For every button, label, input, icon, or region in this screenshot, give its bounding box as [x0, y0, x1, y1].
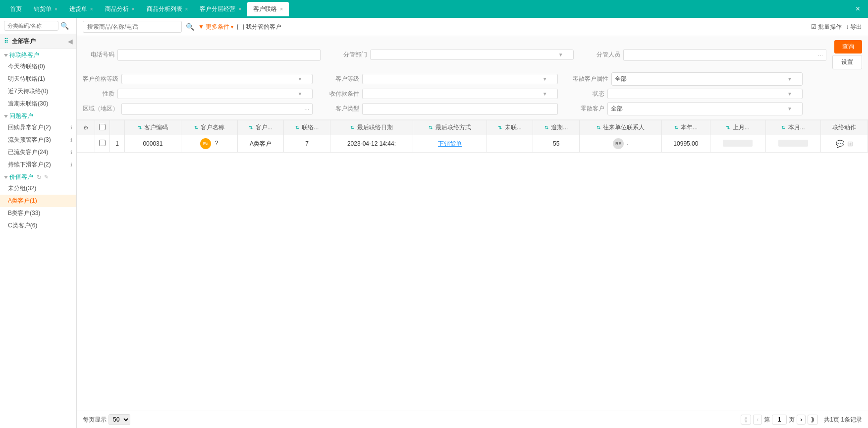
close-sales-order-icon[interactable]: × — [54, 6, 57, 12]
th-customer-code[interactable]: ⇅ 客户编码 — [125, 120, 181, 135]
close-purchase-order-icon[interactable]: × — [90, 6, 93, 12]
filter-row-3: 性质 ▼ 收付款条件 ▼ 状态 — [83, 89, 862, 99]
page-size-select[interactable]: 50 — [108, 414, 130, 425]
sidebar-item-overdue-contact[interactable]: 逾期未联络(30) — [0, 98, 76, 110]
home-tab[interactable]: 首页 — [4, 2, 28, 16]
region-input[interactable]: ··· — [121, 103, 313, 115]
settings-button[interactable]: 设置 — [832, 55, 862, 69]
prev-page-button[interactable]: ‹ — [753, 415, 762, 425]
tab-customer-contact[interactable]: 客户联络 × — [247, 2, 289, 16]
select-all-checkbox[interactable] — [99, 124, 106, 130]
th-customer-type[interactable]: ⇅ 客户... — [237, 120, 284, 135]
tab-customer-tier[interactable]: 客户分层经营 × — [194, 2, 247, 16]
th-this-month[interactable]: ⇅ 本月... — [765, 120, 821, 135]
query-button[interactable]: 查询 — [834, 40, 862, 54]
table-wrapper[interactable]: ⚙ ⇅ 客户编码 ⇅ 客户名 — [77, 120, 868, 411]
filter-phone: 电话号码 — [83, 49, 321, 61]
sidebar-item-tomorrow-pending[interactable]: 明天待联络(1) — [0, 73, 76, 85]
sidebar-item-7days-pending[interactable]: 近7天待联络(0) — [0, 85, 76, 98]
table-area: ⚙ ⇅ 客户编码 ⇅ 客户名 — [77, 120, 868, 428]
close-product-list-icon[interactable]: × — [185, 6, 188, 12]
person-input[interactable]: ··· — [623, 49, 826, 61]
sidebar-item-declining[interactable]: 持续下滑客户(2) ℹ — [0, 159, 76, 171]
row-checkbox[interactable] — [99, 140, 106, 146]
edit-value-icon[interactable]: ✎ — [44, 174, 49, 180]
th-index — [110, 120, 125, 135]
close-customer-tier-icon[interactable]: × — [238, 6, 241, 12]
sidebar-group-pending[interactable]: 待联络客户 — [0, 49, 76, 60]
td-contacts: RE . — [579, 135, 661, 153]
chat-action-icon[interactable]: 💬 — [836, 140, 844, 148]
th-no-contact[interactable]: ⇅ 未联... — [487, 120, 533, 135]
sidebar-search-input[interactable] — [4, 21, 58, 31]
sidebar-item-class-a[interactable]: A类客户(1) — [0, 195, 76, 207]
phone-input[interactable] — [117, 49, 321, 61]
gear-icon[interactable]: ⚙ — [83, 124, 89, 131]
price-level-select[interactable]: ▼ — [121, 74, 313, 84]
last-page-button[interactable]: ⟫ — [808, 415, 818, 425]
person-dots-icon[interactable]: ··· — [818, 52, 823, 58]
sidebar-group-value[interactable]: 价值客户 ↻ ✎ — [0, 171, 76, 182]
sidebar-search-icon[interactable]: 🔍 — [60, 22, 69, 30]
sidebar-item-today-pending[interactable]: 今天待联络(0) — [0, 60, 76, 73]
more-conditions-button[interactable]: ▼ 更多条件 ▾ — [198, 23, 233, 31]
zero-customer-select[interactable]: 全部 ▼ — [607, 102, 803, 115]
pagination: ⟪ ‹ 第 页 › ⟫ 共1页 1条记录 — [741, 415, 862, 425]
sort-nocontact-icon: ⇅ — [498, 125, 502, 130]
my-customers-checkbox-label[interactable]: 我分管的客户 — [237, 23, 281, 31]
tab-product-analysis[interactable]: 商品分析 × — [99, 2, 141, 16]
th-customer-name[interactable]: ⇅ 客户名称 — [181, 120, 237, 135]
nature-select[interactable]: ▼ — [117, 89, 313, 99]
th-overdue[interactable]: ⇅ 逾期... — [533, 120, 580, 135]
status-select[interactable]: ▼ — [607, 89, 803, 99]
sidebar-item-churn-warning[interactable]: 流失预警客户(3) ℹ — [0, 134, 76, 146]
close-product-analysis-icon[interactable]: × — [132, 6, 135, 12]
dept-select[interactable]: ▼ — [370, 50, 573, 60]
last-contact-method-link[interactable]: 下销货单 — [438, 140, 462, 147]
th-last-contact-method[interactable]: ⇅ 最后联络方式 — [413, 120, 487, 135]
sidebar-item-class-b[interactable]: B类客户(33) — [0, 207, 76, 219]
expand-pending-icon — [4, 54, 8, 57]
main-search-input[interactable] — [83, 21, 182, 33]
sort-name-icon: ⇅ — [194, 125, 198, 130]
td-name: Ea ? — [181, 135, 237, 153]
sidebar-item-class-c[interactable]: C类客户(6) — [0, 219, 76, 232]
main-search-icon[interactable]: 🔍 — [186, 23, 194, 31]
sidebar-group-problem[interactable]: 问题客户 — [0, 110, 76, 121]
customer-name-text: ? — [215, 140, 218, 147]
qrcode-action-icon[interactable]: ⊞ — [847, 140, 853, 148]
td-no-contact — [487, 135, 533, 153]
th-last-contact-date[interactable]: ⇅ 最后联络日期 — [330, 120, 413, 135]
payment-terms-select[interactable]: ▼ — [362, 89, 557, 99]
refresh-value-icon[interactable]: ↻ — [37, 174, 42, 181]
customer-type-input[interactable] — [362, 103, 557, 115]
th-last-month[interactable]: ⇅ 上月... — [710, 120, 765, 135]
nature-label: 性质 — [83, 90, 117, 98]
sort-code-icon: ⇅ — [138, 125, 142, 130]
my-customers-checkbox[interactable] — [237, 24, 244, 30]
export-button[interactable]: ↓ 导出 — [846, 23, 862, 31]
tab-product-analysis-list[interactable]: 商品分析列表 × — [141, 2, 194, 16]
customer-level-select[interactable]: ▼ — [362, 74, 557, 84]
all-customers-header[interactable]: ⠿ 全部客户 ◀ — [0, 34, 76, 49]
close-all-button[interactable]: × — [852, 4, 864, 13]
th-contact-count[interactable]: ⇅ 联络... — [284, 120, 330, 135]
page-number-input[interactable] — [772, 415, 787, 425]
region-dots-icon[interactable]: ··· — [304, 106, 309, 112]
th-contacts[interactable]: ⇅ 往来单位联系人 — [579, 120, 661, 135]
sidebar-item-ungrouped[interactable]: 未分组(32) — [0, 182, 76, 195]
batch-ops-button[interactable]: ☑ 批量操作 — [811, 23, 842, 31]
sidebar-item-churned[interactable]: 已流失客户(24) ℹ — [0, 146, 76, 159]
filter-dept: 分管部门 ▼ — [335, 50, 573, 60]
sidebar-item-repurchase-anomaly[interactable]: 回购异常客户(2) ℹ — [0, 121, 76, 134]
close-customer-contact-icon[interactable]: × — [280, 6, 283, 12]
first-page-button[interactable]: ⟪ — [741, 415, 751, 425]
next-page-button[interactable]: › — [797, 415, 806, 425]
th-year-amount[interactable]: ⇅ 本年... — [662, 120, 710, 135]
tab-purchase-order[interactable]: 进货单 × — [63, 2, 99, 16]
zero-customer-attr-select[interactable]: 全部 ▼ — [611, 72, 803, 86]
collapse-icon[interactable]: ◀ — [68, 38, 72, 45]
settings-column-header[interactable]: ⚙ — [77, 120, 95, 135]
tab-sales-order[interactable]: 销货单 × — [28, 2, 63, 16]
filter-price-level: 客户价格等级 ▼ — [83, 74, 313, 84]
